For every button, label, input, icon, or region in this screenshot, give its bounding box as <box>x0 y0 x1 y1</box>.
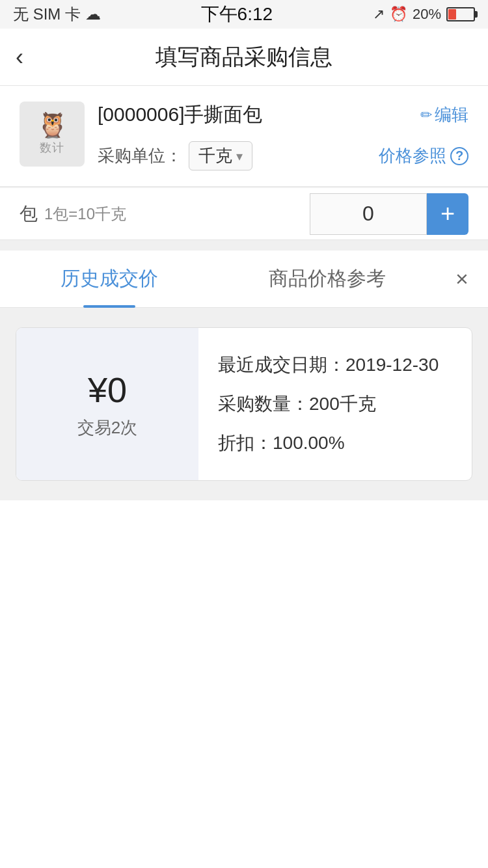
tab-history-label: 历史成交价 <box>61 265 158 292</box>
product-image-inner: 🦉 数计 <box>37 113 68 156</box>
page-title: 填写商品采购信息 <box>156 42 332 72</box>
edit-icon: ✏ <box>420 107 432 124</box>
edit-button[interactable]: ✏ 编辑 <box>420 103 468 126</box>
product-name-row: [0000006]手撕面包 ✏ 编辑 <box>98 102 468 128</box>
price-card-right: 最近成交日期：2019-12-30 采购数量：200千克 折扣：100.00% <box>198 328 472 480</box>
price-detail-date: 最近成交日期：2019-12-30 <box>218 351 452 379</box>
battery-icon <box>446 7 475 21</box>
battery-fill <box>448 9 456 20</box>
product-card: 🦉 数计 [0000006]手撕面包 ✏ 编辑 采购单位： 千克 ▾ <box>0 86 488 187</box>
status-left: 无 SIM 卡 ☁ <box>13 4 101 25</box>
status-bar: 无 SIM 卡 ☁ 下午6:12 ↗ ⏰ 20% <box>0 0 488 29</box>
date-value: 2019-12-30 <box>346 355 439 375</box>
quantity-unit-info: 包 1包=10千克 <box>20 202 126 226</box>
tab-product-label: 商品价格参考 <box>269 265 386 292</box>
bottom-area <box>0 500 488 868</box>
discount-label: 折扣： <box>218 433 273 453</box>
quantity-input[interactable] <box>310 193 427 235</box>
price-currency-symbol: ¥ <box>88 370 107 409</box>
product-info: [0000006]手撕面包 ✏ 编辑 采购单位： 千克 ▾ 价格参照 ? <box>98 102 468 170</box>
back-button[interactable]: ‹ <box>16 44 23 71</box>
price-card: ¥0 交易2次 最近成交日期：2019-12-30 采购数量：200千克 折扣：… <box>16 327 472 481</box>
unit-value: 千克 <box>198 144 232 167</box>
discount-value: 100.00% <box>273 433 345 453</box>
quantity-input-row: + <box>310 193 468 235</box>
tab-active-indicator <box>83 305 135 308</box>
qty-label: 采购数量： <box>218 394 309 414</box>
product-row: 🦉 数计 [0000006]手撕面包 ✏ 编辑 采购单位： 千克 ▾ <box>20 102 468 170</box>
product-name: [0000006]手撕面包 <box>98 102 262 128</box>
quantity-plus-button[interactable]: + <box>427 193 468 235</box>
alarm-icon: ⏰ <box>390 6 407 23</box>
battery-tip <box>475 11 478 18</box>
product-logo-icon: 🦉 <box>37 113 68 137</box>
edit-label: 编辑 <box>435 103 468 126</box>
price-ref-label: 价格参照 <box>379 144 446 167</box>
price-detail-discount: 折扣：100.00% <box>218 429 452 457</box>
status-right: ↗ ⏰ 20% <box>373 6 475 23</box>
tab-bar: 历史成交价 商品价格参考 × <box>0 251 488 308</box>
unit-arrow-icon: ▾ <box>236 148 243 164</box>
date-label: 最近成交日期： <box>218 355 346 375</box>
close-icon: × <box>455 266 468 292</box>
quantity-unit-badge: 包 <box>20 202 38 226</box>
qty-value: 200千克 <box>309 394 376 414</box>
price-number: 0 <box>107 370 127 409</box>
sim-label: 无 SIM 卡 ☁ <box>13 4 101 25</box>
product-image: 🦉 数计 <box>20 102 85 167</box>
tab-close-button[interactable]: × <box>436 251 488 308</box>
price-ref-help-icon: ? <box>450 147 468 165</box>
tab-product-price[interactable]: 商品价格参考 <box>218 251 436 308</box>
nav-bar: ‹ 填写商品采购信息 <box>0 29 488 86</box>
product-unit-row: 采购单位： 千克 ▾ 价格参照 ? <box>98 141 468 170</box>
price-card-left: ¥0 交易2次 <box>16 328 198 480</box>
price-detail-qty: 采购数量：200千克 <box>218 390 452 418</box>
location-icon: ↗ <box>373 6 385 23</box>
price-reference-button[interactable]: 价格参照 ? <box>379 144 468 167</box>
price-card-area: ¥0 交易2次 最近成交日期：2019-12-30 采购数量：200千克 折扣：… <box>0 308 488 500</box>
unit-label: 采购单位： <box>98 144 182 167</box>
battery-percent: 20% <box>413 6 441 23</box>
price-trades: 交易2次 <box>77 416 137 439</box>
tab-history-price[interactable]: 历史成交价 <box>0 251 218 308</box>
product-logo-label: 数计 <box>40 140 64 156</box>
quantity-section: 包 1包=10千克 + <box>0 188 488 240</box>
section-separator <box>0 240 488 251</box>
status-time: 下午6:12 <box>201 2 273 27</box>
price-amount: ¥0 <box>88 370 127 410</box>
unit-selector[interactable]: 千克 ▾ <box>189 141 252 170</box>
quantity-conversion: 1包=10千克 <box>44 204 126 224</box>
